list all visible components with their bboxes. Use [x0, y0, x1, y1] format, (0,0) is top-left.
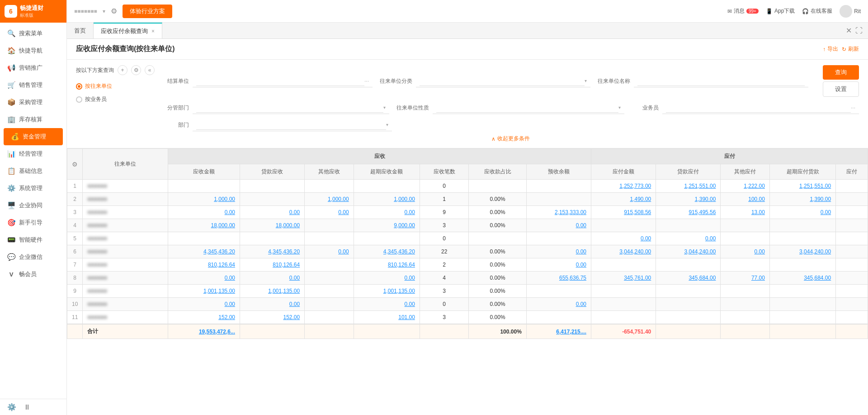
settlement-dots-icon[interactable]: ··· — [364, 78, 369, 84]
row-ar-loan-3[interactable]: 18,000.00 — [240, 219, 304, 232]
sidebar-item-member[interactable]: V 畅会员 — [0, 266, 66, 283]
salesperson-dots-icon[interactable]: ··· — [851, 105, 855, 111]
row-ap-loan-2[interactable]: 915,495.56 — [656, 206, 721, 219]
row-ar-loan-5[interactable]: 4,345,436.20 — [240, 245, 304, 258]
app-download-button[interactable]: 📱 App下载 — [766, 7, 795, 15]
sidebar-item-basic-info[interactable]: 📋 基础信息 — [0, 162, 66, 180]
partner-category-field[interactable] — [420, 76, 585, 86]
row-ar-amount-1[interactable]: 1,000.00 — [168, 193, 240, 206]
row-ap-overdue-7[interactable]: 345,684.00 — [769, 272, 835, 285]
row-ap-loan-4[interactable]: 0.00 — [656, 232, 721, 245]
sidebar-item-guide[interactable]: 🎯 新手引导 — [0, 214, 66, 231]
row-ap-amount-2[interactable]: 915,508.56 — [591, 206, 656, 219]
sidebar-item-enterprise[interactable]: 🖥️ 企业协同 — [0, 197, 66, 214]
row-ap-amount-0[interactable]: 1,252,773.00 — [591, 180, 656, 193]
row-ar-loan-10[interactable]: 152.00 — [240, 311, 304, 324]
row-ar-amount-5[interactable]: 4,345,436.20 — [168, 245, 240, 258]
partner-name-field[interactable] — [637, 76, 805, 86]
row-ar-overdue-5[interactable]: 4,345,436.20 — [354, 245, 420, 258]
filter-by-salesperson[interactable]: 按业务员 — [76, 93, 155, 106]
row-ar-amount-3[interactable]: 18,000.00 — [168, 219, 240, 232]
sidebar-item-system[interactable]: ⚙️ 系统管理 — [0, 180, 66, 197]
branch-dept-field[interactable] — [196, 102, 383, 113]
footer-ar-amount[interactable]: 19,553,472,6... — [168, 324, 240, 339]
salesperson-field[interactable] — [666, 102, 851, 113]
sidebar-item-purchase[interactable]: 📦 采购管理 — [0, 94, 66, 111]
row-ar-loan-2[interactable]: 0.00 — [240, 206, 304, 219]
row-ar-amount-2[interactable]: 0.00 — [168, 206, 240, 219]
row-ap-loan-1[interactable]: 1,390.00 — [656, 193, 721, 206]
row-ar-amount-8[interactable]: 1,001,135.00 — [168, 285, 240, 298]
row-ar-prepay-2[interactable]: 2,153,333.00 — [526, 206, 591, 219]
partner-nature-field[interactable] — [436, 102, 618, 113]
tab-active[interactable]: 应收应付余额查询 × — [94, 23, 162, 38]
tab-home[interactable]: 首页 — [67, 23, 94, 38]
salesperson-input[interactable]: ··· — [662, 101, 859, 114]
row-ar-overdue-6[interactable]: 810,126.64 — [354, 258, 420, 272]
row-ar-loan-9[interactable]: 0.00 — [240, 298, 304, 311]
branch-dept-arrow-icon[interactable]: ▾ — [383, 105, 386, 110]
collapse-more-btn[interactable]: ∧ 收起更多条件 — [491, 135, 530, 143]
row-ap-loan-7[interactable]: 345,684.00 — [656, 272, 721, 285]
sidebar-item-marketing[interactable]: 📢 营销推广 — [0, 59, 66, 76]
sidebar-item-finance[interactable]: 💰 资金管理 — [4, 128, 63, 145]
partner-category-input[interactable]: ▾ — [416, 75, 590, 87]
filter-add-btn[interactable]: + — [118, 65, 127, 75]
sidebar-item-quick-nav[interactable]: 🏠 快捷导航 — [0, 42, 66, 59]
partner-category-arrow-icon[interactable]: ▾ — [585, 78, 587, 83]
topbar-gear-icon[interactable]: ⚙ — [111, 7, 117, 15]
row-ar-overdue-1[interactable]: 1,000.00 — [354, 193, 420, 206]
partner-nature-input[interactable]: ▾ — [433, 101, 624, 114]
row-ap-overdue-5[interactable]: 3,044,240.00 — [769, 245, 835, 258]
row-ap-loan-0[interactable]: 1,251,551.00 — [656, 180, 721, 193]
branch-dept-input[interactable]: ▾ — [193, 101, 389, 114]
partner-name-input[interactable] — [634, 75, 808, 87]
online-service-button[interactable]: 🎧 在线客服 — [802, 7, 832, 15]
row-ap-amount-5[interactable]: 3,044,240.00 — [591, 245, 656, 258]
row-ap-other-2[interactable]: 13.00 — [721, 206, 770, 219]
row-ar-loan-7[interactable]: 0.00 — [240, 272, 304, 285]
filter-collapse-btn[interactable]: « — [145, 65, 155, 75]
partner-nature-arrow-icon[interactable]: ▾ — [618, 105, 621, 110]
row-ar-overdue-10[interactable]: 101.00 — [354, 311, 420, 324]
dept-arrow-icon[interactable]: ▾ — [386, 122, 388, 127]
table-settings-col[interactable]: ⚙ — [67, 149, 83, 180]
footer-ar-prepay[interactable]: 6,417,215.... — [526, 324, 591, 339]
dept-input[interactable]: ▾ — [193, 119, 392, 131]
row-ar-amount-9[interactable]: 0.00 — [168, 298, 240, 311]
row-ap-overdue-2[interactable]: 0.00 — [769, 206, 835, 219]
row-ap-other-5[interactable]: 0.00 — [721, 245, 770, 258]
row-ar-overdue-9[interactable]: 0.00 — [354, 298, 420, 311]
settlement-unit-input[interactable]: ··· — [193, 75, 373, 87]
row-ar-overdue-8[interactable]: 1,001,135.00 — [354, 285, 420, 298]
settings-bottom-icon[interactable]: ⚙️ — [7, 403, 16, 411]
pause-icon[interactable]: ⏸ — [24, 403, 31, 411]
row-ar-other-1[interactable]: 1,000.00 — [305, 193, 354, 206]
refresh-button[interactable]: ↻ 刷新 — [842, 45, 859, 53]
filter-by-partner[interactable]: 按往来单位 — [76, 80, 155, 93]
row-ar-other-5[interactable]: 0.00 — [305, 245, 354, 258]
row-ar-overdue-3[interactable]: 9,000.00 — [354, 219, 420, 232]
settings-button[interactable]: 设置 — [823, 81, 859, 97]
sidebar-item-search[interactable]: 🔍 搜索菜单 — [0, 25, 66, 42]
row-ap-overdue-1[interactable]: 1,390.00 — [769, 193, 835, 206]
row-ar-amount-7[interactable]: 0.00 — [168, 272, 240, 285]
sidebar-item-sales[interactable]: 🛒 销售管理 — [0, 76, 66, 94]
table-wrapper[interactable]: ⚙ 往来单位 应收 应付 应收金额 贷款应收 其他应收 超期应收金额 应收笔数 … — [67, 148, 868, 415]
row-ar-loan-6[interactable]: 810,126.64 — [240, 258, 304, 272]
row-ar-prepay-7[interactable]: 655,636.75 — [526, 272, 591, 285]
row-ap-other-0[interactable]: 1,222.00 — [721, 180, 770, 193]
sidebar-item-inventory[interactable]: 🏢 库存核算 — [0, 111, 66, 128]
tab-close-icon[interactable]: × — [151, 28, 155, 34]
row-ar-other-2[interactable]: 0.00 — [305, 206, 354, 219]
row-ap-amount-7[interactable]: 345,761.00 — [591, 272, 656, 285]
row-ap-loan-5[interactable]: 3,044,240.00 — [656, 245, 721, 258]
row-ar-overdue-7[interactable]: 0.00 — [354, 272, 420, 285]
tab-maximize-icon[interactable]: ⛶ — [855, 27, 863, 35]
settlement-unit-field[interactable] — [196, 76, 364, 86]
row-ar-prepay-9[interactable]: 0.00 — [526, 298, 591, 311]
row-ap-other-7[interactable]: 77.00 — [721, 272, 770, 285]
sidebar-item-wechat[interactable]: 💬 企业微信 — [0, 248, 66, 266]
filter-settings-btn[interactable]: ⚙ — [131, 65, 141, 75]
row-ap-overdue-0[interactable]: 1,251,551.00 — [769, 180, 835, 193]
